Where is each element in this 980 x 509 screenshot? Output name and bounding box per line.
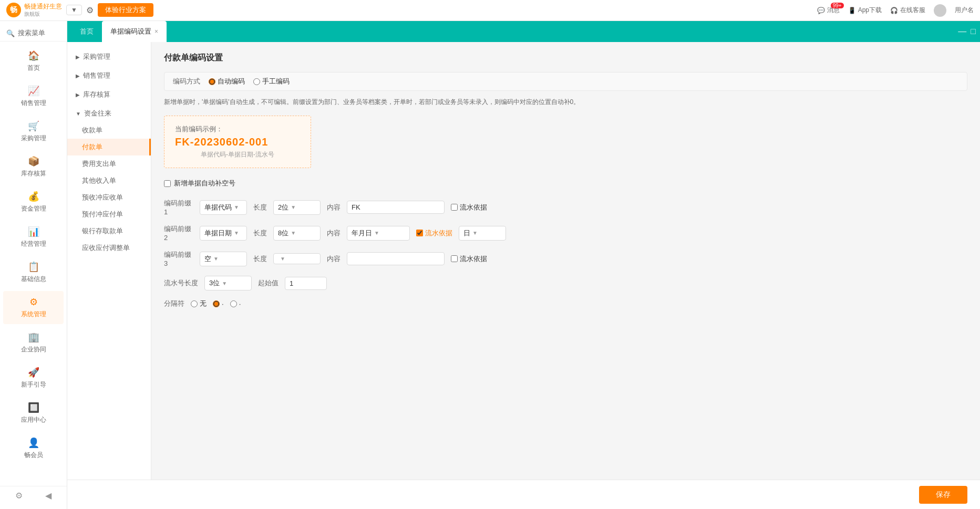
prefix1-select[interactable]: 单据代码 ▼ xyxy=(200,200,247,215)
sidebar-item-inventory[interactable]: 📦 库存核算 xyxy=(3,150,64,183)
prefix2-content-label: 内容 xyxy=(327,228,341,238)
sidebar-item-purchase[interactable]: 🛒 采购管理 xyxy=(3,115,64,148)
sidebar-item-home[interactable]: 🏠 首页 xyxy=(3,45,64,78)
prefix2-select[interactable]: 单据日期 ▼ xyxy=(200,226,247,241)
sep-none-radio[interactable]: 无 xyxy=(191,299,207,308)
auto-fill-label: 新增单据自动补空号 xyxy=(174,179,235,188)
manual-code-radio[interactable]: 手工编码 xyxy=(253,77,290,86)
sep-dot1-radio-input[interactable] xyxy=(213,300,220,307)
encoding-mode-label: 编码方式 xyxy=(173,77,200,86)
prefix2-serial-checkbox-input[interactable] xyxy=(416,230,423,236)
prefix3-serial-checkbox-input[interactable] xyxy=(451,255,458,262)
left-nav-group-title-finance[interactable]: ▼ 资金往来 xyxy=(67,105,151,122)
left-nav-group-title-purchase[interactable]: ▶ 采购管理 xyxy=(67,48,151,65)
sidebar-item-corp[interactable]: 🏢 企业协同 xyxy=(3,326,64,359)
separator-label: 分隔符 xyxy=(164,299,184,308)
prefix3-select[interactable]: 空 ▼ xyxy=(200,252,247,266)
settings-icon-button[interactable]: ⚙ xyxy=(86,5,94,15)
left-nav-item-receipt[interactable]: 收款单 xyxy=(67,122,151,139)
sidebar-item-finance[interactable]: 💰 资金管理 xyxy=(3,185,64,219)
prefix2-length-label: 长度 xyxy=(253,228,267,238)
prefix2-serial-unit-select[interactable]: 日 ▼ xyxy=(459,226,506,241)
tab-home[interactable]: 首页 xyxy=(71,21,102,42)
online-service-action[interactable]: 🎧 在线客服 xyxy=(890,6,925,15)
sep-none-radio-input[interactable] xyxy=(191,300,198,307)
prefix2-serial-unit: 日 xyxy=(463,228,470,238)
left-nav-group-label: 采购管理 xyxy=(83,52,110,61)
prefix2-length-select[interactable]: 8位 ▼ xyxy=(273,226,321,241)
prefix2-serial-label: 流水依据 xyxy=(425,228,452,238)
sidebar: 🔍 搜索菜单 🏠 首页 📈 销售管理 🛒 采购管理 📦 库存核算 💰 资金管理 … xyxy=(0,21,67,509)
bottom-collapse-icon[interactable]: ◀ xyxy=(45,491,51,501)
tab-encoding[interactable]: 单据编码设置 × xyxy=(102,21,167,42)
left-nav-group-title-sales[interactable]: ▶ 销售管理 xyxy=(67,67,151,84)
sidebar-search[interactable]: 🔍 搜索菜单 xyxy=(0,25,67,41)
manual-code-radio-input[interactable] xyxy=(253,78,260,85)
sidebar-item-guide[interactable]: 🚀 新手引导 xyxy=(3,361,64,394)
prefix3-serial-label: 流水依据 xyxy=(460,254,487,264)
sidebar-item-label: 销售管理 xyxy=(21,99,46,108)
manual-code-label: 手工编码 xyxy=(262,77,290,86)
code-preview-value: FK-20230602-001 xyxy=(175,136,300,148)
left-nav-item-bank[interactable]: 银行存取款单 xyxy=(67,223,151,240)
app-download-action[interactable]: 📱 App下载 xyxy=(848,6,882,15)
prefix3-serial-checkbox[interactable]: 流水依据 xyxy=(451,254,487,264)
left-nav-item-adjust[interactable]: 应收应付调整单 xyxy=(67,240,151,256)
sep-dot1-radio[interactable]: · xyxy=(213,300,224,308)
corp-icon: 🏢 xyxy=(28,331,39,343)
sidebar-item-operations[interactable]: 📊 经营管理 xyxy=(3,221,64,254)
left-nav-group-label: 销售管理 xyxy=(83,71,110,80)
sep-dot2-radio-input[interactable] xyxy=(230,300,237,307)
avatar[interactable] xyxy=(934,4,946,17)
purchase-icon: 🛒 xyxy=(28,120,39,132)
left-nav-group-label: 库存核算 xyxy=(83,90,110,99)
message-icon: 💬 xyxy=(817,7,825,14)
logo-text-block: 畅捷通好生意 旗舰版 xyxy=(24,3,62,17)
industry-button[interactable]: 体验行业方案 xyxy=(98,3,153,17)
left-nav-item-advance-offset[interactable]: 预付冲应付单 xyxy=(67,206,151,223)
message-action[interactable]: 💬 消息 99+ xyxy=(817,6,840,15)
save-button[interactable]: 保存 xyxy=(919,486,967,504)
prefix1-value: 单据代码 xyxy=(204,203,232,212)
bottom-settings-icon[interactable]: ⚙ xyxy=(15,491,23,501)
prefix3-content-input[interactable] xyxy=(347,252,445,265)
tab-close-icon[interactable]: × xyxy=(154,28,158,35)
home-icon: 🏠 xyxy=(28,50,39,61)
sidebar-item-apps[interactable]: 🔲 应用中心 xyxy=(3,397,64,430)
serial-length-dropdown-icon: ▼ xyxy=(222,281,227,286)
prefix1-serial-checkbox[interactable]: 流水依据 xyxy=(451,203,487,212)
prefix1-length-select[interactable]: 2位 ▼ xyxy=(273,200,321,215)
service-icon: 🎧 xyxy=(890,7,898,14)
prefix2-row: 编码前缀2 单据日期 ▼ 长度 8位 ▼ 内容 年月日 xyxy=(164,224,967,242)
sidebar-item-label: 系统管理 xyxy=(21,310,46,319)
sidebar-item-sales[interactable]: 📈 销售管理 xyxy=(3,80,64,113)
header-right: 💬 消息 99+ 📱 App下载 🎧 在线客服 用户名 xyxy=(817,4,974,17)
tab-maximize-button[interactable]: □ xyxy=(971,27,976,36)
auto-fill-checkbox[interactable] xyxy=(164,180,171,187)
tab-minimize-button[interactable]: — xyxy=(958,27,966,36)
sep-dot2-radio[interactable]: · xyxy=(230,300,241,308)
prefix2-content-select[interactable]: 年月日 ▼ xyxy=(347,226,410,241)
left-nav-item-payment[interactable]: 付款单 xyxy=(67,139,151,155)
prefix3-length-select[interactable]: ▼ xyxy=(273,253,321,264)
prefix2-serial-checkbox[interactable]: 流水依据 xyxy=(416,228,452,238)
chevron-right-icon: ▶ xyxy=(76,92,80,98)
left-nav-item-other-income[interactable]: 其他收入单 xyxy=(67,172,151,189)
sidebar-item-label: 畅会员 xyxy=(24,451,43,460)
serial-start-input[interactable] xyxy=(285,277,327,290)
sidebar-item-system[interactable]: ⚙ 系统管理 xyxy=(3,291,64,324)
serial-length-select[interactable]: 3位 ▼ xyxy=(204,276,252,290)
auto-code-radio-input[interactable] xyxy=(209,78,215,85)
prefix1-serial-checkbox-input[interactable] xyxy=(451,204,458,211)
auto-code-radio[interactable]: 自动编码 xyxy=(209,77,245,86)
sidebar-item-label: 企业协同 xyxy=(21,345,46,354)
left-nav-item-prepay-offset[interactable]: 预收冲应收单 xyxy=(67,189,151,206)
guide-icon: 🚀 xyxy=(28,367,39,378)
prefix1-content-input[interactable] xyxy=(347,201,445,214)
dropdown-button[interactable]: ▼ xyxy=(66,5,82,15)
serial-row: 流水号长度 3位 ▼ 起始值 xyxy=(164,276,967,290)
left-nav-group-title-inventory[interactable]: ▶ 库存核算 xyxy=(67,86,151,103)
left-nav-item-expense[interactable]: 费用支出单 xyxy=(67,155,151,172)
sidebar-item-member[interactable]: 👤 畅会员 xyxy=(3,432,64,465)
sidebar-item-basic[interactable]: 📋 基础信息 xyxy=(3,256,64,289)
